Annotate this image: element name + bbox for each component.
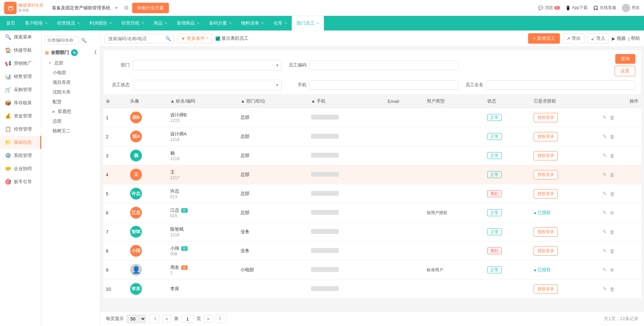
auth-button[interactable]: 授权登录 — [534, 113, 558, 122]
next-page-button[interactable]: > — [204, 315, 213, 323]
sidebar-item-collab[interactable]: 🤝 企业协同 — [0, 162, 41, 175]
delete-icon[interactable]: 🗑 — [610, 172, 615, 178]
more-filter-button[interactable]: ▼ 更多条件 ^ — [177, 34, 212, 43]
dept-node-headquarter[interactable]: 总部 — [42, 58, 100, 68]
message-button[interactable]: 💬 消息 5 — [538, 5, 560, 11]
edit-icon[interactable]: ✎ — [602, 133, 607, 140]
sidebar-item-management[interactable]: 📋 经营管理 — [0, 123, 41, 136]
dept-node-small-electronics[interactable]: 小电部 — [42, 68, 100, 78]
delete-icon[interactable]: 🗑 — [610, 248, 615, 254]
dept-edit-icon[interactable]: ✎ — [71, 49, 78, 56]
last-page-button[interactable]: 》 — [216, 314, 226, 323]
delete-icon[interactable]: 🗑 — [610, 191, 615, 197]
app-download-button[interactable]: 📱 App下载 — [565, 5, 588, 11]
sidebar-item-stock[interactable]: 📦 库存核算 — [0, 96, 41, 109]
tab-close-product[interactable]: × — [165, 21, 167, 26]
sidebar-item-basic[interactable]: 📁 基础信息 — [0, 136, 41, 149]
auth-button[interactable]: 授权登录 — [534, 170, 558, 179]
online-service-button[interactable]: 🎧 在线客服 — [593, 5, 616, 11]
sidebar-item-nav[interactable]: 🏠 快捷导航 — [0, 44, 41, 57]
collapse-icon[interactable]: 《 — [92, 50, 97, 56]
auth-button[interactable]: 授权登录 — [534, 189, 558, 199]
tab-home[interactable]: 首页 — [1, 16, 20, 30]
col-dept[interactable]: ▲ 部门/职位 — [238, 95, 308, 108]
export-button[interactable]: ↗ 导出 — [563, 33, 584, 44]
employee-search-icon[interactable]: 🔍 — [165, 36, 171, 41]
col-name[interactable]: ▲ 姓名/编码 — [167, 95, 238, 108]
edit-icon[interactable]: ✎ — [602, 171, 607, 178]
edit-icon[interactable]: ✎ — [602, 191, 607, 197]
delete-icon[interactable]: 🗑 — [610, 134, 615, 140]
delete-icon[interactable]: 🗑 — [610, 286, 615, 292]
tab-customer[interactable]: 客户联络× — [20, 16, 52, 30]
status-filter-select[interactable]: ▾ — [133, 80, 282, 90]
phone-input[interactable] — [309, 80, 459, 90]
tab-product[interactable]: 商品× — [149, 16, 172, 30]
employee-search-input[interactable] — [105, 34, 174, 43]
dept-node-hq2[interactable]: 总部 — [42, 116, 100, 126]
sidebar-item-marketing[interactable]: 📢 营销推广 — [0, 57, 41, 70]
page-number-input[interactable] — [181, 315, 194, 323]
tab-close-history[interactable]: × — [142, 21, 144, 26]
page-size-select[interactable]: 50 20 100 — [127, 315, 146, 323]
col-settings[interactable]: ⚙ — [103, 95, 127, 108]
delete-icon[interactable]: 🗑 — [610, 115, 615, 121]
tab-close-operation[interactable]: × — [77, 21, 80, 26]
tab-employee[interactable]: 部门员工× — [292, 16, 324, 30]
sidebar-item-system[interactable]: ⚙️ 系统管理 — [0, 149, 41, 162]
view-button[interactable]: ▶ 视频 — [612, 35, 626, 42]
first-page-button[interactable]: 《 — [149, 314, 160, 323]
dept-node-shenyang[interactable]: 沈阳大库 — [42, 87, 100, 97]
copy-icon[interactable]: ⊕ — [610, 210, 614, 216]
delete-icon[interactable]: 🗑 — [610, 153, 615, 159]
edit-icon[interactable]: ✎ — [602, 248, 607, 254]
tab-close-new-product[interactable]: × — [197, 21, 199, 26]
delete-icon[interactable]: 🗑 — [610, 229, 615, 235]
tab-barcode[interactable]: 条码方案× — [204, 16, 236, 30]
col-phone[interactable]: ▲ 手机 — [308, 95, 385, 108]
employee-name-input[interactable] — [486, 80, 635, 90]
tab-close-barcode[interactable]: × — [229, 21, 232, 26]
auth-button[interactable]: 授权登录 — [534, 227, 558, 237]
tab-new-product[interactable]: 新增商品× — [172, 16, 204, 30]
tab-close-customer[interactable]: × — [45, 21, 47, 26]
tab-close-employee[interactable]: × — [317, 21, 319, 26]
set-button[interactable]: 设置 — [615, 66, 635, 76]
show-resigned-label[interactable]: 显示离职员工 — [216, 35, 248, 42]
tab-warehouse[interactable]: 仓库× — [269, 16, 292, 30]
edit-icon[interactable]: ✎ — [602, 210, 607, 216]
edit-icon[interactable]: ✎ — [602, 152, 607, 159]
sidebar-item-guide[interactable]: 🎯 新手引导 — [0, 175, 41, 188]
dept-node-project-storage[interactable]: 项目库房 — [42, 78, 100, 87]
auth-button[interactable]: 授权登录 — [534, 284, 558, 294]
edit-icon[interactable]: ✎ — [602, 114, 607, 121]
trial-button[interactable]: 体验行业方案 — [132, 3, 169, 13]
prev-page-button[interactable]: < — [162, 315, 171, 323]
tab-close-warehouse[interactable]: × — [284, 21, 287, 26]
auth-button[interactable]: 授权登录 — [534, 246, 558, 256]
sidebar-item-finance[interactable]: 💰 资金管理 — [0, 109, 41, 123]
dept-filter-select[interactable]: ▾ — [133, 60, 282, 70]
settings-icon[interactable]: ⚙ — [124, 5, 129, 11]
tab-operation[interactable]: 经营情况× — [52, 16, 84, 30]
edit-icon[interactable]: ✎ — [602, 286, 607, 292]
tab-close-bom[interactable]: × — [261, 21, 264, 26]
dept-search-icon[interactable]: 🔍 — [81, 38, 87, 43]
edit-icon[interactable]: ✎ — [602, 267, 607, 273]
show-resigned-checkbox[interactable] — [216, 36, 220, 41]
sidebar-item-sales[interactable]: 📊 销售管理 — [0, 70, 41, 83]
tab-profit[interactable]: 利润报告× — [84, 16, 117, 30]
auth-button[interactable]: 授权登录 — [534, 132, 558, 141]
sidebar-item-search[interactable]: 🔍 搜索菜单 — [0, 30, 41, 44]
auth-button[interactable]: 授权登录 — [534, 151, 558, 160]
user-button[interactable]: 用友 — [622, 4, 640, 12]
tab-history[interactable]: 经营历程× — [117, 16, 149, 30]
tab-bom[interactable]: 物料清单× — [236, 16, 269, 30]
query-button[interactable]: 查询 — [615, 54, 635, 64]
add-employee-button[interactable]: + 新增员工 — [528, 33, 560, 44]
dept-search-input[interactable] — [44, 36, 79, 44]
help-button[interactable]: | 帮助 — [628, 35, 640, 42]
tab-close-profit[interactable]: × — [109, 21, 112, 26]
sidebar-item-purchase[interactable]: 🛒 采购管理 — [0, 83, 41, 96]
copy-icon[interactable]: ⊕ — [610, 267, 614, 273]
